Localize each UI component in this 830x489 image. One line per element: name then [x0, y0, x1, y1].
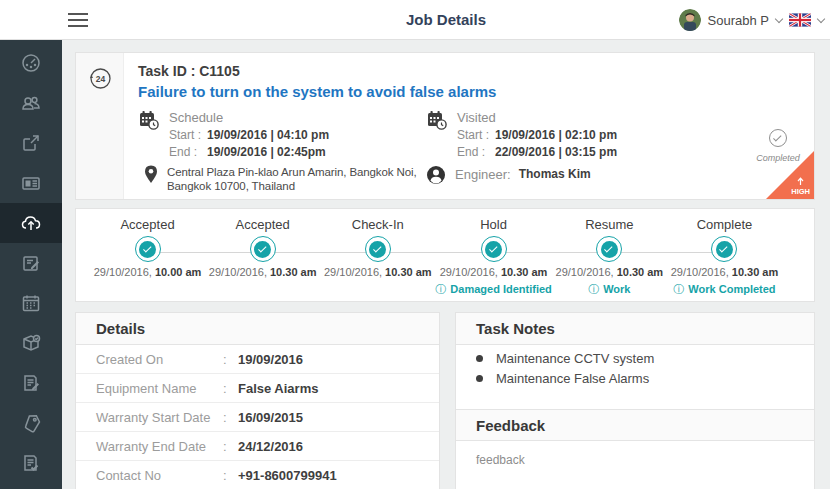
- sidebar-item-contract[interactable]: [0, 363, 62, 403]
- task-notes-list: Maintenance CCTV system Maintenance Fals…: [456, 345, 814, 409]
- task-title-link[interactable]: Failure to turn on the system to avoid f…: [138, 83, 814, 100]
- info-icon: ⓘ: [588, 283, 599, 295]
- timeline-step: Complete 29/10/2016,10.30 am ⓘWork Compl…: [667, 209, 782, 301]
- step-date: 29/10/2016,10.30 am: [205, 266, 320, 279]
- schedule-section: Schedule Start :19/09/2016 | 04:10 pm En…: [138, 109, 426, 161]
- news-icon: [20, 172, 42, 194]
- timeline-step: Check-In 29/10/2016,10.30 am: [320, 209, 435, 301]
- schedule-label: Schedule: [169, 110, 329, 125]
- step-check-icon: [596, 236, 622, 262]
- visited-section: Visited Start :19/09/2016 | 02:10 pm End…: [426, 109, 617, 161]
- language-flag-icon[interactable]: [789, 13, 811, 27]
- sidebar-item-calendar[interactable]: [0, 283, 62, 323]
- service-24h-icon: 24: [87, 65, 114, 96]
- feedback-title: Feedback: [456, 409, 814, 441]
- task-body: Task ID : C1105 Failure to turn on the s…: [124, 53, 814, 199]
- sidebar: [0, 40, 62, 489]
- step-check-icon: [135, 236, 161, 262]
- step-label: Check-In: [320, 217, 435, 232]
- location-pin-icon: [144, 165, 158, 193]
- step-date: 29/10/2016,10.30 am: [552, 266, 667, 279]
- file-check-icon: [21, 453, 41, 473]
- package-check-icon: [20, 332, 42, 354]
- user-menu: Sourabh P: [679, 0, 824, 40]
- svg-text:24: 24: [96, 74, 106, 84]
- step-check-icon: [481, 236, 507, 262]
- timeline-step: Hold 29/10/2016,10.30 am ⓘDamaged Identi…: [435, 209, 551, 301]
- tag-icon: [21, 413, 41, 433]
- calendar-icon: [21, 293, 41, 313]
- chevron-down-icon[interactable]: [775, 14, 783, 22]
- task-icon-column: 24: [76, 53, 124, 199]
- address-section: Central Plaza Pin-klao Arun Amarin, Bang…: [138, 165, 426, 193]
- engineer-name: Thomas Kim: [519, 165, 591, 184]
- schedule-end-label: End :: [169, 144, 207, 161]
- dashboard-icon: [20, 52, 42, 74]
- user-name[interactable]: Sourabh P: [708, 13, 769, 28]
- sidebar-item-inventory[interactable]: [0, 323, 62, 363]
- visited-start-value: 19/09/2016 | 02:10 pm: [495, 128, 617, 142]
- sidebar-item-tags[interactable]: [0, 403, 62, 443]
- feedback-text: feedback: [476, 453, 794, 467]
- calendar-clock-icon: [426, 109, 448, 161]
- step-note: ⓘWork: [552, 282, 667, 297]
- completed-check-icon: [769, 129, 787, 147]
- step-check-icon: [365, 236, 391, 262]
- note-item: Maintenance False Alarms: [476, 371, 814, 386]
- sidebar-item-dashboard[interactable]: [0, 43, 62, 83]
- engineer-icon: [426, 165, 446, 189]
- sidebar-item-job-edit[interactable]: [0, 243, 62, 283]
- step-note: ⓘDamaged Identified: [435, 282, 551, 297]
- task-notes-panel: Task Notes Maintenance CCTV system Maint…: [455, 312, 815, 489]
- timeline-step: Accepted 29/10/2016,10.30 am: [205, 209, 320, 301]
- step-label: Accepted: [205, 217, 320, 232]
- info-icon: ⓘ: [673, 283, 684, 295]
- schedule-start-label: Start :: [169, 127, 207, 144]
- customers-icon: [20, 92, 42, 114]
- top-bar: Job Details Sourabh P: [0, 0, 830, 40]
- bullet-icon: [476, 355, 483, 362]
- visited-start-label: Start :: [457, 127, 495, 144]
- job-details-page: Job Details Sourabh P: [0, 0, 830, 489]
- sidebar-item-report[interactable]: [0, 443, 62, 483]
- share-icon: [21, 133, 41, 153]
- step-check-icon: [250, 236, 276, 262]
- chevron-down-icon[interactable]: [817, 14, 825, 22]
- timeline-step: Resume 29/10/2016,10.30 am ⓘWork: [552, 209, 667, 301]
- task-id: Task ID : C1105: [138, 63, 814, 79]
- priority-label: HIGH: [791, 177, 810, 196]
- note-edit-icon: [21, 253, 41, 273]
- detail-row: Warranty Start Date:16/09/2015: [76, 403, 439, 432]
- schedule-start-value: 19/09/2016 | 04:10 pm: [207, 128, 329, 142]
- step-note: ⓘWork Completed: [667, 282, 782, 297]
- step-date: 29/10/2016,10.30 am: [320, 266, 435, 279]
- sidebar-item-customers[interactable]: [0, 83, 62, 123]
- task-card: 24 Task ID : C1105 Failure to turn on th…: [75, 52, 815, 200]
- file-edit-icon: [21, 373, 41, 393]
- sidebar-item-upload[interactable]: [0, 203, 62, 243]
- step-label: Complete: [667, 217, 782, 232]
- step-check-icon: [711, 236, 737, 262]
- visited-end-value: 22/09/2016 | 03:15 pm: [495, 145, 617, 159]
- sidebar-item-news[interactable]: [0, 163, 62, 203]
- avatar[interactable]: [679, 9, 701, 31]
- engineer-label: Engineer:: [455, 165, 511, 184]
- detail-row: Equipment Name:False Aiarms: [76, 374, 439, 403]
- detail-row: Created On:19/09/2016: [76, 345, 439, 374]
- sidebar-item-share[interactable]: [0, 123, 62, 163]
- schedule-end-value: 19/09/2016 | 02:45pm: [207, 145, 326, 159]
- visited-end-label: End :: [457, 144, 495, 161]
- arrow-up-icon: [797, 177, 804, 186]
- visited-label: Visited: [457, 110, 617, 125]
- task-notes-title: Task Notes: [456, 313, 814, 345]
- step-label: Resume: [552, 217, 667, 232]
- details-title: Details: [76, 313, 439, 345]
- step-label: Accepted: [90, 217, 205, 232]
- status-timeline: Accepted 29/10/2016,10.00 am Accepted 29…: [75, 208, 815, 302]
- cloud-upload-icon: [19, 211, 43, 235]
- step-date: 29/10/2016,10.30 am: [667, 266, 782, 279]
- note-item: Maintenance CCTV system: [476, 351, 814, 366]
- details-panel: Details Created On:19/09/2016 Equipment …: [75, 312, 440, 489]
- timeline-step: Accepted 29/10/2016,10.00 am: [90, 209, 205, 301]
- step-label: Hold: [435, 217, 551, 232]
